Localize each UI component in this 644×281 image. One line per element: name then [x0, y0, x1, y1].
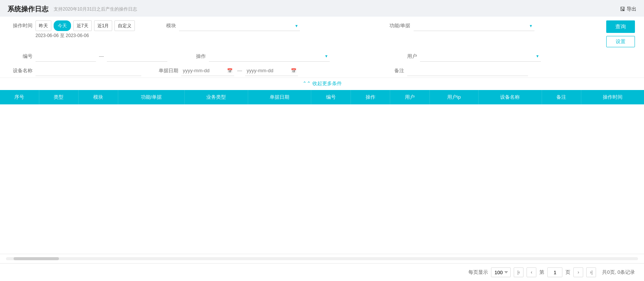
col-device: 设备名称 [478, 90, 542, 104]
date-filter: 单据日期 📅 — 📅 [156, 65, 366, 76]
filter-row-2: 编号 — 操作 ▼ 用户 [0, 47, 644, 62]
first-page-button[interactable]: |‹ [514, 267, 524, 277]
func-filter: 功能/单据 ▼ [383, 20, 599, 31]
next-page-button[interactable]: › [573, 267, 583, 277]
device-filter: 设备名称 [9, 65, 141, 76]
page-header: 系统操作日志 支持2020年10月31日之后产生的操作日志 🖫 导出 [0, 0, 644, 17]
user-select-wrapper: ▼ [420, 51, 541, 62]
page-unit: 页 [565, 269, 570, 276]
module-label: 模块 [153, 20, 179, 31]
filter-row-1: 操作时间 昨天 今天 近7天 近1月 自定义 2023-06-06 至 2023… [0, 17, 644, 47]
filter-row-3: 设备名称 单据日期 📅 — 📅 备注 [0, 62, 644, 76]
code-input-start[interactable] [36, 51, 96, 62]
table-area: 序号 类型 模块 功能/单据 业务类型 单据日期 编号 操作 用户 用户ip 设… [0, 90, 644, 254]
date-dash: — [237, 68, 242, 73]
module-select-wrapper: ▼ [179, 20, 300, 31]
empty-area [0, 104, 644, 254]
page-label: 第 [539, 269, 544, 276]
time-filter-group: 操作时间 昨天 今天 近7天 近1月 自定义 2023-06-06 至 2023… [9, 20, 137, 39]
last-page-button[interactable]: ›| [586, 267, 596, 277]
device-input[interactable] [36, 65, 141, 76]
collapse-row: ⌃⌃ 收起更多条件 [0, 78, 644, 90]
user-label: 用户 [394, 51, 420, 62]
remark-filter: 备注 [381, 65, 590, 76]
func-label: 功能/单据 [383, 20, 414, 31]
remark-label: 备注 [381, 65, 407, 76]
page-size-select[interactable]: 100 50 200 [491, 267, 511, 277]
header-left: 系统操作日志 支持2020年10月31日之后产生的操作日志 [8, 5, 137, 14]
operation-select-wrapper: ▼ [209, 51, 330, 62]
col-user-ip: 用户ip [429, 90, 478, 104]
page-title: 系统操作日志 [8, 5, 48, 14]
operation-label: 操作 [182, 51, 209, 62]
action-buttons: 查询 设置 [606, 20, 635, 47]
table-header-row: 序号 类型 模块 功能/单据 业务类型 单据日期 编号 操作 用户 用户ip 设… [0, 90, 644, 104]
code-input-end[interactable] [107, 51, 167, 62]
col-code: 编号 [311, 90, 351, 104]
device-label: 设备名称 [9, 65, 36, 76]
time-1month[interactable]: 近1月 [94, 20, 113, 31]
col-op-time: 操作时间 [581, 90, 644, 104]
time-label: 操作时间 [9, 20, 36, 31]
collapse-button[interactable]: ⌃⌃ 收起更多条件 [303, 80, 342, 87]
time-today[interactable]: 今天 [54, 20, 71, 31]
pagination-bar: 每页显示 100 50 200 |‹ ‹ 第 页 › ›| 共0页, 0条记录 [0, 263, 644, 281]
time-options-wrapper: 昨天 今天 近7天 近1月 自定义 2023-06-06 至 2023-06-0… [36, 20, 135, 39]
user-filter: 用户 ▼ [394, 51, 590, 62]
code-label: 编号 [9, 51, 36, 62]
col-type: 类型 [39, 90, 78, 104]
time-yesterday[interactable]: 昨天 [36, 20, 51, 31]
func-select-wrapper: ▼ [414, 20, 534, 31]
func-select[interactable] [414, 20, 534, 31]
user-select[interactable] [420, 51, 541, 62]
export-icon: 🖫 [620, 6, 625, 12]
page-number-input[interactable] [547, 267, 562, 277]
col-index: 序号 [0, 90, 39, 104]
date-start-input[interactable] [181, 65, 234, 76]
scrollbar-track[interactable] [6, 257, 638, 260]
col-doc-date: 单据日期 [248, 90, 311, 104]
time-custom[interactable]: 自定义 [114, 20, 135, 31]
col-remark: 备注 [542, 90, 581, 104]
module-select[interactable] [179, 20, 300, 31]
col-module: 模块 [79, 90, 118, 104]
calendar-start-icon[interactable]: 📅 [227, 68, 233, 73]
col-biz-type: 业务类型 [185, 90, 248, 104]
date-start-wrapper: 📅 [181, 65, 234, 76]
col-user: 用户 [390, 90, 429, 104]
date-end-wrapper: 📅 [245, 65, 298, 76]
calendar-end-icon[interactable]: 📅 [291, 68, 297, 73]
remark-input[interactable] [407, 65, 528, 76]
page-container: 系统操作日志 支持2020年10月31日之后产生的操作日志 🖫 导出 操作时间 … [0, 0, 644, 281]
page-subtitle: 支持2020年10月31日之后产生的操作日志 [54, 6, 137, 12]
collapse-label: 收起更多条件 [312, 80, 342, 87]
date-label: 单据日期 [156, 65, 181, 76]
collapse-up-icon: ⌃⌃ [303, 81, 311, 86]
operation-select[interactable] [209, 51, 330, 62]
date-end-input[interactable] [245, 65, 298, 76]
time-7days[interactable]: 近7天 [73, 20, 92, 31]
per-page-label: 每页显示 [468, 269, 488, 276]
code-filter: 编号 — [9, 51, 167, 62]
total-label: 共0页, 0条记录 [602, 269, 635, 276]
export-label: 导出 [627, 6, 636, 12]
settings-button[interactable]: 设置 [606, 36, 635, 47]
data-table: 序号 类型 模块 功能/单据 业务类型 单据日期 编号 操作 用户 用户ip 设… [0, 90, 644, 104]
scrollbar-area [0, 254, 644, 263]
time-range-text: 2023-06-06 至 2023-06-06 [36, 33, 135, 39]
operation-filter: 操作 ▼ [182, 51, 378, 62]
prev-page-button[interactable]: ‹ [527, 267, 536, 277]
col-func: 功能/单据 [118, 90, 184, 104]
col-operation: 操作 [351, 90, 390, 104]
query-button[interactable]: 查询 [606, 20, 635, 33]
module-filter: 模块 ▼ [153, 20, 368, 31]
filter-area: 操作时间 昨天 今天 近7天 近1月 自定义 2023-06-06 至 2023… [0, 17, 644, 90]
scrollbar-thumb[interactable] [14, 257, 59, 260]
time-buttons: 昨天 今天 近7天 近1月 自定义 [36, 20, 135, 31]
table-header: 序号 类型 模块 功能/单据 业务类型 单据日期 编号 操作 用户 用户ip 设… [0, 90, 644, 104]
code-dash: — [99, 53, 104, 59]
export-button[interactable]: 🖫 导出 [620, 6, 636, 12]
